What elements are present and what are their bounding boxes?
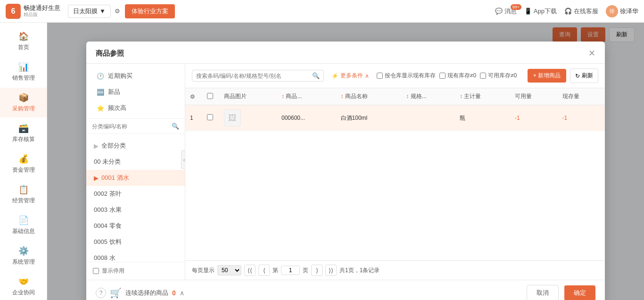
nav-select[interactable]: 日太阳膜 ▼: [68, 5, 111, 18]
th-spec[interactable]: ↕ 规格...: [401, 88, 455, 105]
refresh-icon: ↻: [575, 73, 580, 79]
star-icon: ⭐: [97, 105, 104, 112]
modal-left-panel: 🕐 近期购买 🆕 新品 ⭐ 频次高: [86, 64, 185, 280]
sidebar-item-purchase[interactable]: 📦 采购管理: [0, 88, 47, 117]
collapse-up-icon[interactable]: ∧: [180, 289, 184, 297]
system-icon: ⚙️: [18, 246, 29, 256]
modal-header: 商品参照 ✕: [86, 42, 605, 64]
filter-stock-nonzero-checkbox[interactable]: 现有库存≠0: [439, 72, 476, 80]
home-icon: 🏠: [18, 31, 29, 42]
th-settings[interactable]: ⚙: [185, 88, 202, 105]
sidebar-item-finance[interactable]: 💰 资金管理: [0, 149, 47, 179]
main-layout: 🏠 首页 📊 销售管理 📦 采购管理 🗃️ 库存核算 💰 资金管理 📋 经营管理…: [0, 23, 644, 300]
product-search-input[interactable]: [196, 73, 312, 79]
help-icon[interactable]: ?: [96, 288, 106, 298]
online-service-nav[interactable]: 🎧 在线客服: [564, 7, 598, 16]
sidebar-item-enterprise[interactable]: 🤝 企业协同: [0, 272, 47, 300]
search-icon[interactable]: 🔍: [312, 72, 320, 79]
inventory-icon: 🗃️: [18, 123, 29, 133]
table-row[interactable]: 1 🖼 000600... 白酒100ml: [185, 105, 605, 131]
top-nav: 6 畅捷通好生意 精品版 日太阳膜 ▼ ⚙ 体验行业方案 💬 消息 99+ 📱 …: [0, 0, 644, 23]
filter-icon: ⚡: [331, 73, 339, 79]
total-info: 共1页，1条记录: [339, 267, 380, 275]
quick-link-new[interactable]: 🆕 新品: [92, 84, 179, 100]
cat-item-water[interactable]: 0008 水: [86, 250, 185, 262]
settings-icon[interactable]: ⚙: [190, 93, 195, 100]
next-page-button[interactable]: ⟩: [311, 265, 322, 276]
cell-no: 1: [185, 105, 202, 131]
sidebar-item-sales[interactable]: 📊 销售管理: [0, 57, 47, 87]
category-search-icon[interactable]: 🔍: [172, 123, 179, 130]
finance-icon: 💰: [18, 154, 29, 164]
cat-item-all[interactable]: ▶ 全部分类: [86, 138, 185, 154]
quick-link-frequent[interactable]: ⭐ 频次高: [92, 100, 179, 116]
app-download-nav[interactable]: 📱 App下载: [524, 7, 557, 16]
cell-code: 000600...: [277, 105, 336, 131]
modal-close-button[interactable]: ✕: [588, 48, 595, 58]
sidebar-item-operations[interactable]: 📋 经营管理: [0, 180, 47, 209]
th-stock: 现存量: [558, 88, 605, 105]
sales-icon: 📊: [18, 62, 29, 72]
headset-icon: 🎧: [564, 8, 572, 15]
prev-page-button[interactable]: ⟨: [258, 265, 270, 276]
enterprise-icon: 🤝: [18, 276, 29, 287]
last-page-button[interactable]: ⟩⟩: [325, 265, 337, 276]
sidebar-item-home[interactable]: 🏠 首页: [0, 26, 47, 56]
category-search-area: 🔍: [86, 119, 185, 134]
cat-item-snack[interactable]: 0004 零食: [86, 218, 185, 234]
app-icon: 📱: [524, 8, 532, 15]
cat-item-tea[interactable]: 0002 茶叶: [86, 186, 185, 202]
filter-available-nonzero-checkbox[interactable]: 可用库存≠0: [480, 72, 517, 80]
confirm-button[interactable]: 确定: [564, 285, 595, 300]
page-number-input[interactable]: [281, 266, 300, 275]
message-badge: 99+: [511, 4, 521, 10]
product-table: ⚙ 商品图片: [185, 88, 605, 131]
sort-name-icon: ↕: [341, 93, 344, 100]
product-table-container: ⚙ 商品图片: [185, 88, 605, 260]
collapse-panel-button[interactable]: «: [181, 150, 185, 169]
operations-icon: 📋: [18, 184, 29, 195]
filter-by-warehouse-checkbox[interactable]: 按仓库显示现有库存: [377, 72, 436, 80]
cat-item-fruit[interactable]: 0003 水果: [86, 202, 185, 218]
user-area[interactable]: 徐 徐泽华: [606, 5, 638, 17]
sidebar-item-inventory[interactable]: 🗃️ 库存核算: [0, 118, 47, 148]
show-disabled-checkbox[interactable]: [93, 268, 99, 274]
product-table-body: 1 🖼 000600... 白酒100ml: [185, 105, 605, 131]
cell-stock: -1: [558, 105, 605, 131]
select-all-checkbox[interactable]: [207, 93, 213, 99]
refresh-button[interactable]: ↻ 刷新: [570, 68, 598, 83]
gear-icon[interactable]: ⚙: [115, 8, 120, 15]
cat-item-beverage[interactable]: 0005 饮料: [86, 234, 185, 250]
cat-item-liquor[interactable]: ▶ 0001 酒水: [86, 170, 185, 186]
logo-sub: 精品版: [24, 11, 60, 18]
more-filter-button[interactable]: ⚡ 更多条件 ∧: [328, 70, 373, 82]
cat-item-uncategorized[interactable]: 00 未分类: [86, 154, 185, 170]
product-thumbnail: 🖼: [224, 109, 241, 126]
th-name[interactable]: ↕ 商品名称: [336, 88, 402, 105]
sidebar-item-basic-info[interactable]: 📄 基础信息: [0, 210, 47, 240]
show-disabled-area: 显示停用: [86, 262, 185, 280]
product-reference-modal: 商品参照 ✕ 🕐 近期购买 🆕: [86, 42, 605, 300]
quick-link-recent[interactable]: 🕐 近期购买: [92, 68, 179, 83]
category-search-input[interactable]: [92, 123, 169, 130]
per-page-select[interactable]: 50 100 200: [217, 265, 241, 275]
filter-bar: 🔍 ⚡ 更多条件 ∧ 按仓库显示现有库存: [185, 64, 605, 88]
cancel-button[interactable]: 取消: [527, 285, 559, 300]
th-unit[interactable]: ↕ 主计量: [455, 88, 510, 105]
logo-area: 6 畅捷通好生意 精品版: [6, 4, 60, 19]
avatar: 徐: [606, 5, 618, 17]
th-code[interactable]: ↕ 商品...: [277, 88, 336, 105]
cat-arrow-all: ▶: [94, 142, 99, 150]
experience-button[interactable]: 体验行业方案: [125, 4, 175, 18]
th-image: 商品图片: [219, 88, 277, 105]
cell-check: [202, 105, 219, 131]
messages-nav[interactable]: 💬 消息 99+: [495, 7, 517, 16]
first-page-button[interactable]: ⟨⟨: [244, 265, 256, 276]
modal-body: 🕐 近期购买 🆕 新品 ⭐ 频次高: [86, 64, 605, 280]
logo-icon: 6: [6, 4, 21, 19]
cart-icon[interactable]: 🛒: [110, 287, 122, 299]
add-product-button[interactable]: + 新增商品: [528, 69, 566, 83]
row-checkbox[interactable]: [207, 114, 213, 120]
sidebar-item-system[interactable]: ⚙️ 系统管理: [0, 241, 47, 271]
category-list: ▶ 全部分类 00 未分类 ▶ 0001 酒水 0002 茶: [86, 134, 185, 262]
